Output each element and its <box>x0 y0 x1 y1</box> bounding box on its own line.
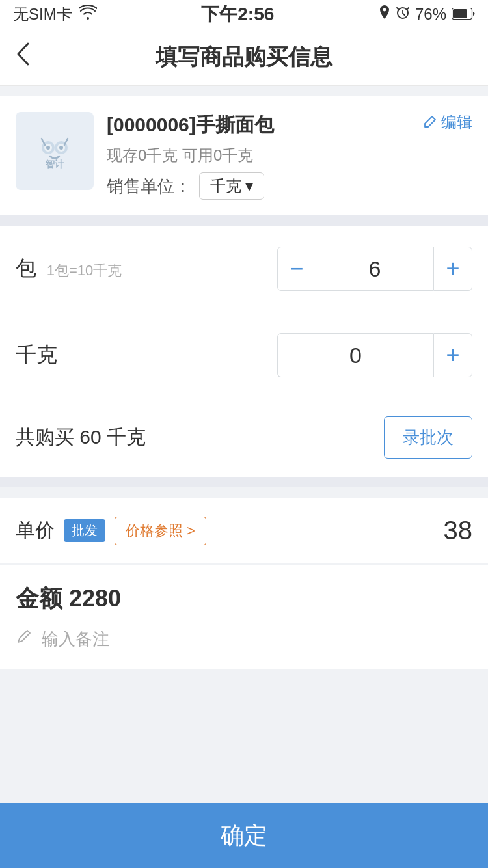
status-bar: 无SIM卡 下午2:56 <box>0 0 488 29</box>
bag-label: 包 <box>16 256 36 280</box>
svg-rect-2 <box>453 9 467 18</box>
summary-text: 共购买 60 千克 <box>16 424 146 451</box>
summary-section: 共购买 60 千克 录批次 <box>0 398 488 477</box>
confirm-button[interactable]: 确定 <box>0 803 488 868</box>
amount-section: 金额 2280 输入备注 <box>0 565 488 669</box>
unit-value: 千克 <box>210 176 241 197</box>
svg-point-7 <box>46 146 50 150</box>
product-card: 智计 [0000006]手撕面包 现存0千克 可用0千克 销售单位： 千克 ▾ … <box>0 96 488 215</box>
divider-2 <box>0 477 488 487</box>
batch-button[interactable]: 录批次 <box>384 416 472 459</box>
amount-label: 金额 <box>16 585 69 612</box>
amount-row: 金额 2280 <box>16 583 472 615</box>
edit-remark-icon <box>16 628 34 651</box>
bag-qty-input[interactable] <box>316 247 433 291</box>
product-unit-row: 销售单位： 千克 ▾ <box>107 172 472 200</box>
battery-text: 76% <box>415 5 446 23</box>
unit-label: 销售单位： <box>107 175 191 198</box>
bag-minus-button[interactable]: − <box>277 247 316 291</box>
kg-input-row: 千克 + <box>16 312 472 398</box>
alarm-icon <box>396 5 410 23</box>
product-code: [0000006]手撕面包 <box>107 112 472 139</box>
kg-qty-control: + <box>277 333 472 377</box>
status-right: 76% <box>379 5 475 23</box>
wifi-icon <box>79 5 97 23</box>
svg-text:智计: 智计 <box>45 159 64 169</box>
bag-input-row: 包 1包=10千克 − + <box>16 226 472 312</box>
location-icon <box>379 5 390 23</box>
edit-button[interactable]: 编辑 <box>422 112 472 133</box>
status-left: 无SIM卡 <box>13 4 97 25</box>
unit-chevron-icon: ▾ <box>245 177 253 195</box>
back-button[interactable] <box>16 42 30 72</box>
bag-qty-control: − + <box>277 247 472 291</box>
bag-plus-button[interactable]: + <box>433 247 472 291</box>
unit-selector[interactable]: 千克 ▾ <box>199 172 264 200</box>
input-section: 包 1包=10千克 − + 千克 + <box>0 226 488 398</box>
price-value: 38 <box>444 516 473 545</box>
bag-label-area: 包 1包=10千克 <box>16 254 122 283</box>
page-title: 填写商品购买信息 <box>156 42 332 72</box>
remark-row[interactable]: 输入备注 <box>16 628 472 651</box>
kg-plus-button[interactable]: + <box>433 333 472 377</box>
price-left: 单价 批发 价格参照 > <box>16 517 206 545</box>
price-tag: 批发 <box>64 519 105 542</box>
confirm-text: 确定 <box>221 820 267 852</box>
kg-label: 千克 <box>16 343 57 366</box>
battery-icon <box>452 5 475 23</box>
kg-qty-input[interactable] <box>277 333 433 377</box>
product-thumbnail: 智计 <box>16 112 94 190</box>
amount-value: 2280 <box>69 585 121 612</box>
kg-label-area: 千克 <box>16 341 57 370</box>
nav-bar: 填写商品购买信息 <box>0 29 488 86</box>
product-info: [0000006]手撕面包 现存0千克 可用0千克 销售单位： 千克 ▾ <box>107 112 472 200</box>
remark-placeholder: 输入备注 <box>42 628 109 651</box>
svg-point-8 <box>59 146 63 150</box>
carrier-text: 无SIM卡 <box>13 4 72 25</box>
divider-1 <box>0 215 488 226</box>
price-section: 单价 批发 价格参照 > 38 <box>0 498 488 563</box>
price-label: 单价 <box>16 517 55 544</box>
price-ref-button[interactable]: 价格参照 > <box>115 517 206 545</box>
status-time: 下午2:56 <box>201 2 274 27</box>
product-stock: 现存0千克 可用0千克 <box>107 145 472 166</box>
bag-hint: 1包=10千克 <box>47 262 122 278</box>
